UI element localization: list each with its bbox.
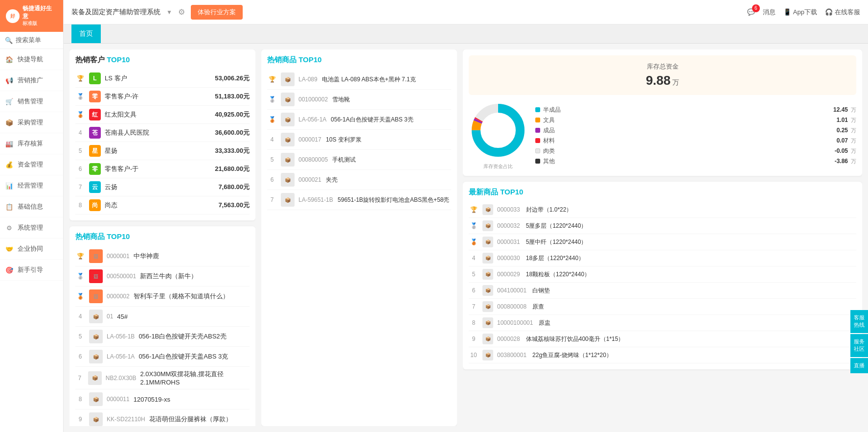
product-code: KK-SD22110H (107, 416, 145, 423)
rank-icon: 🏆 (75, 253, 85, 260)
nav-tabs: 首页 (64, 24, 868, 44)
customer-item: 🥈 零 零售客户-许 51,183.00元 (75, 88, 250, 106)
newest-item: 8 📦 10000100001 原盅 (469, 315, 856, 331)
message-area[interactable]: 💬 6 消息 (747, 8, 776, 17)
donut-label: 库存资金占比 (469, 163, 527, 170)
rank-icon-3: 🥉 (75, 111, 85, 118)
product-name: 056-1B白色按键开关壳ABS2壳 (138, 332, 226, 341)
inventory-unit: 万 (672, 78, 679, 86)
settings-icon[interactable]: ⚙ (178, 7, 185, 17)
product-image: 📦 (281, 113, 295, 126)
sidebar-item-quick-nav[interactable]: 🏠 快捷导航 (0, 49, 63, 70)
customer-badge: 红 (89, 109, 101, 120)
product-image: 📦 (89, 330, 103, 343)
rank-icon: 🏆 (267, 76, 277, 83)
customer-item: 8 尚 尚态 7,563.00元 (75, 196, 250, 215)
legend-dot (535, 107, 540, 112)
product-image: 📦 (89, 392, 103, 406)
legend-item-2: 成品 0.25 万 (535, 125, 856, 136)
legend-item-5: 其他 -3.86 万 (535, 156, 856, 167)
dropdown-arrow-icon[interactable]: ▼ (166, 9, 172, 16)
product-info: LA-59651-1B 59651-1B旋转投影灯电池盒ABS黑色+58壳 (298, 196, 451, 204)
customer-badge: 零 (89, 163, 101, 175)
legend-dot (535, 148, 540, 153)
legend-dot (535, 138, 540, 143)
tab-home[interactable]: 首页 (71, 24, 101, 43)
customer-amount: 7,563.00元 (218, 201, 250, 210)
sidebar-item-basic-info[interactable]: 📋 基础信息 (0, 196, 63, 217)
product-item: 6 📦 0000021 夹壳 (267, 170, 451, 190)
product-image: 📦 (482, 237, 493, 247)
product-info: 000800005 手机测试 (298, 156, 451, 164)
product-code: LA-056-1A (107, 353, 135, 360)
float-btn-community[interactable]: 服务 社区 (850, 334, 868, 357)
product-info: 001000002 雪地靴 (298, 96, 451, 104)
rank-num: 4 (75, 313, 85, 320)
product-code: 0000001 (107, 253, 130, 260)
legend-item-0: 半成品 12.45 万 (535, 105, 856, 115)
float-btn-live[interactable]: 直播 (850, 358, 868, 373)
product-code: LA-056-1A 056-1A白色按键开关盖ABS 3壳 (298, 116, 451, 124)
customer-badge: 苍 (89, 127, 101, 139)
middle-panel: 热销商品 TOP10 🏆 📦 LA-089 电池盖 LA-089 ABS本色+黑… (261, 49, 457, 426)
sidebar-item-marketing[interactable]: 📢 营销推广 (0, 70, 63, 91)
newest-products-card: 最新商品 TOP10 🏆 📦 0000033 封边带（1.0*22） 🥈 📦 0… (463, 182, 862, 369)
hot-products-title: 热销商品 TOP10 (267, 55, 451, 65)
logo-text: 畅捷通好生意 标准版 (23, 5, 57, 27)
customer-name: 苍南县人民医院 (105, 128, 211, 137)
rank-icon: 🥉 (469, 239, 479, 245)
rank-num: 9 (469, 336, 479, 342)
newest-item: 6 📦 004100001 白钢垫 (469, 283, 856, 299)
sidebar-item-guide[interactable]: 🎯 新手引导 (0, 260, 63, 281)
phone-icon: 📱 (783, 8, 791, 16)
rank-num: 4 (469, 255, 479, 262)
trial-btn[interactable]: 体验行业方案 (191, 5, 243, 20)
sidebar-item-purchase[interactable]: 📦 采购管理 (0, 112, 63, 133)
legend-dot (535, 128, 540, 133)
sidebar-item-enterprise[interactable]: 🤝 企业协同 (0, 239, 63, 260)
product-name: 新西兰牛肉（新牛） (140, 272, 197, 281)
sidebar-item-sales[interactable]: 🛒 销售管理 (0, 91, 63, 112)
sidebar-item-finance[interactable]: 💰 资金管理 (0, 154, 63, 175)
hot-product-item: 🥈 🖼 000500001 新西兰牛肉（新牛） (75, 266, 250, 287)
rank-num: 8 (75, 202, 85, 209)
product-info: LA-089 电池盖 LA-089 ABS本色+黑种 7.1克 (298, 75, 451, 84)
sidebar-item-system[interactable]: ⚙ 系统管理 (0, 217, 63, 239)
product-item: 🏆 📦 LA-089 电池盖 LA-089 ABS本色+黑种 7.1克 (267, 70, 451, 90)
online-service[interactable]: 🎧 在线客服 (825, 8, 860, 17)
product-image: 📦 (482, 204, 493, 215)
product-code: 01 (107, 313, 113, 320)
product-item: 4 📦 0000017 10S 变利罗浆 (267, 130, 451, 150)
customer-item: 4 苍 苍南县人民医院 36,600.00元 (75, 124, 250, 142)
product-image: 📦 (281, 72, 295, 86)
enterprise-icon: 🤝 (5, 244, 14, 253)
float-btn-service[interactable]: 客服 热线 (850, 310, 868, 333)
product-code: LA-089 电池盖 LA-089 ABS本色+黑种 7.1克 (298, 75, 451, 84)
rank-num: 5 (469, 271, 479, 278)
legend-item-1: 文具 1.01 万 (535, 115, 856, 125)
rank-num: 6 (75, 166, 85, 172)
newest-item: 🥈 📦 0000032 5厘多层（1220*2440） (469, 218, 856, 234)
ops-icon: 📊 (5, 181, 14, 190)
product-code: 000500001 (107, 273, 136, 280)
customer-amount: 21,680.00元 (215, 165, 250, 173)
product-image: 📦 (482, 301, 493, 312)
newest-item: 5 📦 0000029 18颗粒板（1220*2440） (469, 266, 856, 283)
legend: 半成品 12.45 万 文具 1.01 万 成品 (535, 105, 856, 167)
product-image: 📦 (482, 220, 493, 231)
product-image: 📦 (281, 193, 295, 207)
product-info: 0000021 夹壳 (298, 176, 451, 184)
product-image: 📦 (281, 133, 295, 146)
rank-num: 6 (469, 287, 479, 294)
sidebar-item-inventory[interactable]: 🏭 库存核算 (0, 133, 63, 154)
app-download[interactable]: 📱 App下载 (783, 8, 817, 17)
rank-num: 6 (75, 353, 85, 360)
logo-icon: 好 (6, 9, 20, 23)
sidebar-item-operations[interactable]: 📊 经营管理 (0, 175, 63, 196)
customer-amount: 36,600.00元 (215, 128, 250, 137)
sidebar-search[interactable]: 🔍 搜索菜单 (0, 32, 63, 49)
product-name: 056-1A白色按键开关盖ABS 3克 (138, 352, 228, 361)
customer-name: 零售客户-于 (105, 165, 211, 173)
rank-icon: 🥈 (75, 273, 85, 280)
legend-dot (535, 159, 540, 164)
